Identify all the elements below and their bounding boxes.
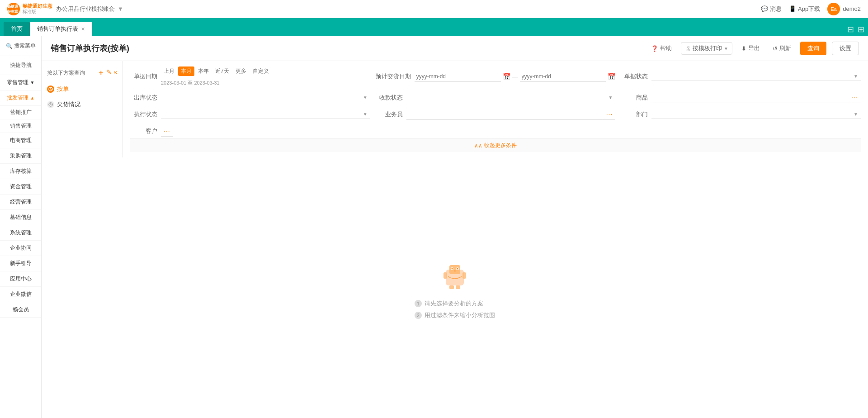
period-current-year[interactable]: 本年: [195, 66, 212, 76]
sidebar-item-vip[interactable]: 畅会员: [0, 302, 41, 318]
collapse-btn[interactable]: ∧∧ 收起更多条件: [130, 138, 861, 152]
query-btn[interactable]: 查询: [800, 42, 826, 55]
sidebar: 🔍 搜索菜单 快捷导航 零售管理 ▼ 批发管理 ▲ 营销推广 销售管理: [0, 36, 42, 418]
nav-tabs-right: ⊟ ⊞: [847, 24, 864, 36]
expected-date-start[interactable]: [415, 71, 501, 82]
messages-btn[interactable]: 💬 消息: [761, 5, 782, 13]
tip-num-1: 1: [415, 300, 422, 307]
order-icon: [47, 86, 54, 93]
department-select[interactable]: ▼: [651, 110, 861, 119]
period-last-month[interactable]: 上月: [161, 66, 177, 76]
quick-nav-section: 快捷导航: [0, 56, 41, 75]
maximize-icon[interactable]: ⊞: [858, 24, 864, 34]
customer-select[interactable]: ···: [161, 125, 173, 137]
status-select[interactable]: ▼: [651, 72, 861, 81]
filter-payment-field: 收款状态 ▼: [376, 93, 616, 102]
sidebar-item-system[interactable]: 系统管理: [0, 225, 41, 241]
shipment-select[interactable]: ▼: [161, 93, 370, 102]
print-btn[interactable]: 🖨 按模板打印 ▼: [681, 42, 732, 55]
salesperson-dots-icon[interactable]: ···: [606, 110, 613, 118]
shipment-chevron-icon: ▼: [363, 95, 368, 100]
edit-filter-icon[interactable]: ✎: [106, 68, 112, 78]
calendar-end-icon[interactable]: 📅: [608, 73, 615, 80]
execution-select[interactable]: ▼: [161, 110, 370, 119]
export-btn[interactable]: ⬇ 导出: [738, 43, 764, 54]
collapse-filter-icon[interactable]: «: [113, 68, 117, 78]
top-header: 畅捷通好生意 畅捷通好生意 标准版 办公用品行业模拟账套 ▼ 💬 消息 📱 Ap…: [0, 0, 868, 18]
calendar-start-icon[interactable]: 📅: [503, 73, 510, 80]
refresh-icon: ↺: [773, 45, 778, 52]
filter-date-field: 单据日期 上月 本月 本年 近7天 更多 自定义 2023-03-01 至 20…: [130, 66, 370, 86]
sidebar-item-newbie[interactable]: 新手引导: [0, 256, 41, 271]
tab-close-icon[interactable]: ✕: [81, 26, 85, 32]
refresh-btn[interactable]: ↺ 刷新: [769, 43, 795, 54]
date-range-text: 2023-03-01 至 2023-03-31: [161, 80, 370, 86]
add-filter-icon[interactable]: ＋: [97, 68, 104, 78]
search-menu-btn[interactable]: 🔍 搜索菜单: [4, 40, 38, 52]
sidebar-item-sales-mgmt[interactable]: 销售管理: [0, 119, 41, 133]
logo-text: 畅捷通好生意 标准版: [23, 3, 52, 14]
sidebar-item-operations[interactable]: 经营管理: [0, 195, 41, 210]
sidebar-item-corp[interactable]: 企业协同: [0, 241, 41, 256]
filter-expected-date-field: 预计交货日期 📅 — 📅: [376, 71, 616, 82]
help-btn[interactable]: ❓ 帮助: [647, 43, 675, 54]
svg-rect-12: [456, 285, 460, 289]
sidebar-item-apps[interactable]: 应用中心: [0, 271, 41, 287]
header-left: 畅捷通好生意 畅捷通好生意 标准版 办公用品行业模拟账套 ▼: [7, 3, 123, 15]
empty-state: 1 请先选择要分析的方案 2 用过滤条件来缩小分析范围: [42, 157, 868, 418]
sidebar-item-wechat[interactable]: 企业微信: [0, 287, 41, 302]
svg-point-6: [452, 268, 453, 270]
tip-num-2: 2: [415, 312, 422, 319]
product-select[interactable]: ···: [651, 92, 861, 103]
quick-nav-btn[interactable]: 快捷导航: [0, 59, 41, 72]
search-menu-section: 🔍 搜索菜单: [0, 36, 41, 56]
breadcrumb: 办公用品行业模拟账套 ▼: [56, 5, 123, 13]
payment-chevron-icon: ▼: [608, 95, 613, 100]
message-icon: 💬: [761, 5, 768, 12]
tab-home[interactable]: 首页: [4, 22, 30, 36]
period-more[interactable]: 更多: [233, 66, 249, 76]
debt-icon: [47, 101, 54, 108]
date-separator: —: [512, 73, 518, 80]
logo-area: 畅捷通好生意 畅捷通好生意 标准版: [7, 3, 52, 15]
sidebar-item-wholesale[interactable]: 批发管理 ▲: [0, 90, 41, 106]
filter-sidebar: 按以下方案查询 ＋ ✎ « 按单: [42, 61, 123, 157]
app-download-btn[interactable]: 📱 App下载: [789, 5, 820, 13]
expected-date-end[interactable]: [520, 71, 606, 82]
chevron-up-icon: ▲: [30, 95, 35, 100]
filter-option-debt[interactable]: 欠货情况: [42, 97, 123, 112]
breadcrumb-arrow: ▼: [118, 5, 123, 12]
page-header: 销售订单执行表(按单) ❓ 帮助 🖨 按模板打印 ▼ ⬇ 导出 ↺ 刷新: [42, 36, 868, 61]
sidebar-item-basic[interactable]: 基础信息: [0, 210, 41, 225]
sidebar-item-ecommerce[interactable]: 电商管理: [0, 133, 41, 148]
tab-sales-order[interactable]: 销售订单执行表 ✕: [30, 22, 92, 36]
department-chevron-icon: ▼: [854, 112, 858, 117]
product-dots-icon[interactable]: ···: [851, 94, 858, 101]
export-icon: ⬇: [741, 45, 746, 52]
payment-select[interactable]: ▼: [406, 93, 616, 102]
filter-option-order[interactable]: 按单: [42, 81, 123, 97]
sidebar-item-inventory[interactable]: 库存核算: [0, 164, 41, 179]
sidebar-item-purchase[interactable]: 采购管理: [0, 148, 41, 164]
sidebar-item-marketing[interactable]: 营销推广: [0, 106, 41, 119]
period-last-7days[interactable]: 近7天: [212, 66, 232, 76]
header-right: 💬 消息 📱 App下载 Ea demo2: [761, 3, 861, 15]
sidebar-item-finance[interactable]: 资金管理: [0, 179, 41, 195]
filter-row-1: 单据日期 上月 本月 本年 近7天 更多 自定义 2023-03-01 至 20…: [130, 66, 861, 86]
customer-dots-icon[interactable]: ···: [164, 127, 170, 134]
filter-salesperson-field: 业务员 ···: [376, 109, 616, 120]
settings-btn[interactable]: 设置: [832, 42, 859, 55]
nav-tabs: 首页 销售订单执行表 ✕ ⊟ ⊞: [0, 18, 868, 36]
period-current-month[interactable]: 本月: [178, 66, 194, 76]
salesperson-select[interactable]: ···: [406, 109, 616, 120]
filter-customer-field: 客户 ···: [130, 125, 173, 137]
user-profile[interactable]: Ea demo2: [827, 3, 861, 15]
status-chevron-icon: ▼: [854, 74, 858, 79]
filter-shipment-field: 出库状态 ▼: [130, 93, 370, 102]
search-icon: 🔍: [6, 43, 13, 49]
minimize-icon[interactable]: ⊟: [847, 24, 854, 34]
empty-tips: 1 请先选择要分析的方案 2 用过滤条件来缩小分析范围: [415, 299, 495, 319]
period-custom[interactable]: 自定义: [250, 66, 272, 76]
main-layout: 🔍 搜索菜单 快捷导航 零售管理 ▼ 批发管理 ▲ 营销推广 销售管理: [0, 36, 868, 418]
sidebar-item-retail[interactable]: 零售管理 ▼: [0, 75, 41, 90]
